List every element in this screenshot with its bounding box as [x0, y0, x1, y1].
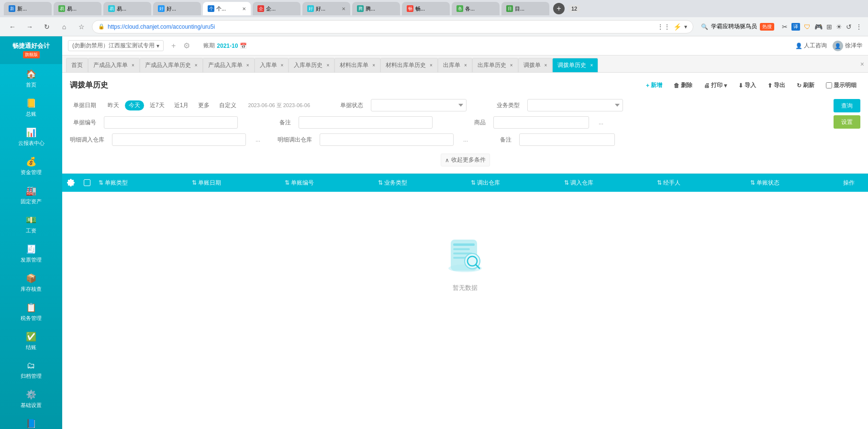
doc-num-input[interactable]	[104, 116, 238, 129]
browser-tab-7[interactable]: 好 好... ✕	[302, 2, 350, 15]
sidebar-item-assets[interactable]: 🏭 固定资产	[0, 181, 62, 210]
date-7days[interactable]: 近7天	[146, 100, 168, 110]
page-tab-close-10[interactable]: ×	[545, 63, 547, 68]
reload-btn[interactable]: ↻	[40, 20, 54, 33]
th-gear[interactable]	[62, 179, 79, 187]
forward-btn[interactable]: →	[23, 20, 36, 33]
date-today[interactable]: 今天	[125, 100, 144, 110]
page-tab-1[interactable]: 产成品入库单 ×	[88, 58, 140, 72]
remark2-input[interactable]	[519, 133, 615, 146]
goods-more[interactable]: ...	[599, 119, 603, 126]
delete-btn[interactable]: 🗑 删除	[670, 79, 696, 91]
export-btn[interactable]: ⬆ 导出	[764, 79, 789, 91]
sidebar-item-invoice[interactable]: 🧾 发票管理	[0, 239, 62, 268]
select-all-checkbox[interactable]	[84, 179, 90, 186]
browser-tab-11[interactable]: 目 目...	[501, 2, 549, 15]
sidebar-item-home[interactable]: 🏠 首页	[0, 64, 62, 93]
new-tab-btn[interactable]: +	[553, 3, 565, 14]
browser-tab-3[interactable]: 易 易...	[103, 2, 151, 15]
sidebar-item-basic[interactable]: ⚙️ 基础设置	[0, 385, 62, 414]
th-check[interactable]	[79, 179, 95, 186]
sidebar-item-closing[interactable]: ✅ 结账	[0, 327, 62, 356]
new-btn[interactable]: + 新增	[642, 79, 666, 91]
browser-tab-6[interactable]: 企 企...	[253, 2, 300, 15]
page-tab-close-4[interactable]: ×	[281, 63, 284, 68]
page-tab-close-11[interactable]: ×	[590, 63, 593, 68]
th-in[interactable]: ⇅ 调入仓库	[560, 179, 654, 187]
date-custom[interactable]: 自定义	[215, 100, 240, 110]
page-tab-3[interactable]: 产成品入库单 ×	[203, 58, 255, 72]
sidebar-item-wages[interactable]: 💵 工资	[0, 210, 62, 239]
sidebar-item-ledger[interactable]: 📒 总账	[0, 93, 62, 122]
sidebar-item-guide[interactable]: 📘 新手引导	[0, 414, 62, 429]
page-tab-close-2[interactable]: ×	[195, 63, 198, 68]
page-tab-close-9[interactable]: ×	[510, 63, 513, 68]
detail-out-input[interactable]	[320, 133, 454, 146]
collapse-btn[interactable]: ∧ 收起更多条件	[441, 154, 490, 166]
goods-input[interactable]	[493, 116, 589, 129]
browser-tab-8[interactable]: 腾 腾...	[352, 2, 400, 15]
detail-in-more[interactable]: ...	[256, 136, 260, 143]
import-btn[interactable]: ⬇ 导入	[734, 79, 760, 91]
th-type[interactable]: ⇅ 单账类型	[95, 179, 188, 187]
refresh-btn[interactable]: ↻ 刷新	[793, 79, 818, 91]
detail-in-input[interactable]	[112, 133, 246, 146]
settings-icon-topbar[interactable]: ⚙	[183, 41, 190, 50]
page-tab-close-5[interactable]: ×	[326, 63, 329, 68]
date-more[interactable]: 更多	[194, 100, 213, 110]
address-bar[interactable]: 🔒 https://cloud.chanjet.com/accounting/u…	[92, 20, 693, 33]
th-num[interactable]: ⇅ 单账编号	[281, 179, 374, 187]
query-btn[interactable]: 查询	[834, 99, 860, 112]
page-tab-8[interactable]: 出库单 ×	[438, 58, 472, 72]
page-tab-9[interactable]: 出库单历史 ×	[472, 58, 518, 72]
avatar-area[interactable]: 👤 徐泽华	[833, 41, 862, 51]
calendar-icon[interactable]: 📅	[240, 43, 247, 49]
remark-input[interactable]	[299, 116, 433, 129]
page-tab-home[interactable]: 首页	[66, 58, 88, 72]
home-btn[interactable]: ⌂	[57, 20, 71, 33]
page-tab-10[interactable]: 调拨单 ×	[518, 58, 553, 72]
browser-tab-4[interactable]: 好 好...	[153, 2, 201, 15]
th-out[interactable]: ⇅ 调出仓库	[467, 179, 560, 187]
browser-tab-2[interactable]: 易 易...	[54, 2, 101, 15]
th-handler[interactable]: ⇅ 经手人	[653, 179, 746, 187]
th-date[interactable]: ⇅ 单账日期	[188, 179, 281, 187]
sidebar-item-archive[interactable]: 🗂 归档管理	[0, 356, 62, 385]
page-tab-close-7[interactable]: ×	[430, 63, 433, 68]
page-tab-2[interactable]: 产成品入库单历史 ×	[140, 58, 203, 72]
back-btn[interactable]: ←	[6, 20, 19, 33]
page-tab-7[interactable]: 材料出库单历史 ×	[380, 58, 438, 72]
service-btn[interactable]: 👤 人工咨询	[795, 42, 827, 50]
page-tab-6[interactable]: 材料出库单 ×	[334, 58, 380, 72]
date-1month[interactable]: 近1月	[170, 100, 193, 110]
biz-type-select[interactable]	[527, 99, 623, 111]
sidebar-item-inventory[interactable]: 📦 库存核查	[0, 268, 62, 297]
page-tab-11-active[interactable]: 调拨单历史 ×	[552, 58, 598, 72]
sidebar-item-reports[interactable]: 📊 云报表中心	[0, 122, 62, 152]
tabs-close-all[interactable]: ×	[860, 60, 868, 68]
browser-tab-10[interactable]: 各 各...	[452, 2, 500, 15]
company-selector[interactable]: (勿删勿禁用）江西服宝测试专用 ▾	[68, 40, 164, 51]
display-toggle[interactable]: 显示明细	[822, 79, 860, 91]
page-tab-close-8[interactable]: ×	[464, 63, 467, 68]
page-tab-4[interactable]: 入库单 ×	[255, 58, 289, 72]
print-btn[interactable]: 🖨 打印 ▾	[700, 79, 731, 91]
status-select[interactable]	[371, 99, 467, 111]
page-tab-close-3[interactable]: ×	[246, 63, 249, 68]
bookmark-btn[interactable]: ☆	[75, 20, 88, 33]
page-tab-close-6[interactable]: ×	[372, 63, 375, 68]
detail-out-more[interactable]: ...	[463, 136, 468, 143]
settings-btn[interactable]: 设置	[834, 115, 860, 129]
page-tab-close-1[interactable]: ×	[132, 63, 134, 68]
date-yesterday[interactable]: 昨天	[104, 100, 123, 110]
browser-tab-1[interactable]: 新 新...	[4, 2, 52, 15]
sidebar-item-funds[interactable]: 💰 资金管理	[0, 152, 62, 181]
browser-tab-active[interactable]: 个 个... ✕	[203, 2, 251, 15]
add-company-btn[interactable]: +	[171, 42, 176, 50]
th-status[interactable]: ⇅ 单账状态	[746, 179, 840, 187]
sidebar-item-tax[interactable]: 📋 税务管理	[0, 297, 62, 327]
display-toggle-checkbox[interactable]	[826, 82, 832, 88]
page-tab-5[interactable]: 入库单历史 ×	[289, 58, 334, 72]
th-biz[interactable]: ⇅ 业务类型	[374, 179, 467, 187]
browser-tab-9[interactable]: 畅 畅...	[402, 2, 450, 15]
